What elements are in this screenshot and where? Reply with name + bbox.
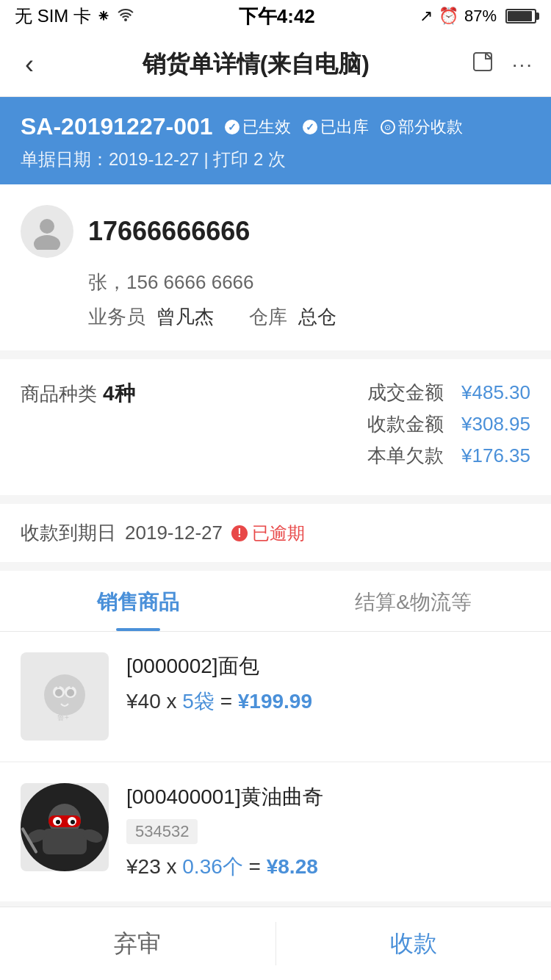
customer-name: 17666666666 <box>88 216 250 247</box>
svg-point-7 <box>67 689 74 696</box>
product-name-1: [0000002]面包 <box>126 652 530 680</box>
battery-icon <box>505 9 536 24</box>
order-id: SA-20191227-001 <box>21 113 213 140</box>
alarm-icon: ⏰ <box>439 7 458 26</box>
svg-point-15 <box>56 820 60 824</box>
product-price-1: ¥40 x 5袋 = ¥199.99 <box>126 688 530 716</box>
badge-effective: ✓ 已生效 <box>225 116 291 138</box>
back-button[interactable]: ‹ <box>18 42 41 87</box>
overdue-icon: ! <box>231 525 248 541</box>
page-title: 销货单详情(来自电脑) <box>143 48 370 81</box>
status-left: 无 SIM 卡 ⁕ <box>15 4 134 28</box>
amount-value: ¥485.30 <box>461 381 530 404</box>
tab-sales[interactable]: 销售商品 <box>0 571 276 631</box>
svg-point-16 <box>71 820 75 824</box>
list-item: 鲁+ [0000002]面包 ¥40 x 5袋 = ¥199.99 <box>0 632 551 761</box>
sales-name: 曾凡杰 <box>156 306 214 328</box>
sim-status: 无 SIM 卡 ⁕ <box>15 4 111 28</box>
customer-row: 17666666666 <box>21 205 530 258</box>
collect-button[interactable]: 收款 <box>276 907 552 980</box>
product-list: 鲁+ [0000002]面包 ¥40 x 5袋 = ¥199.99 <box>0 632 551 901</box>
received-value: ¥308.95 <box>461 413 530 436</box>
svg-point-6 <box>55 689 62 696</box>
svg-point-2 <box>34 235 60 250</box>
status-bar: 无 SIM 卡 ⁕ 下午4:42 ↗ ⏰ 87% <box>0 0 551 32</box>
nav-bar: ‹ 销货单详情(来自电脑) ··· <box>0 32 551 97</box>
product-info-1: [0000002]面包 ¥40 x 5袋 = ¥199.99 <box>126 652 530 716</box>
stats-right: 成交金额 ¥485.30 收款金额 ¥308.95 本单欠款 ¥176.35 <box>367 380 530 475</box>
debt-item: 本单欠款 ¥176.35 <box>367 443 530 469</box>
received-item: 收款金额 ¥308.95 <box>367 411 530 437</box>
due-label: 收款到期日 <box>21 520 116 546</box>
product-name-2: [000400001]黄油曲奇 <box>126 783 530 811</box>
sales-info: 业务员 曾凡杰 <box>88 304 214 330</box>
status-right: ↗ ⏰ 87% <box>419 7 536 26</box>
order-date: 单据日期：2019-12-27 | 打印 2 次 <box>21 148 530 171</box>
avatar <box>21 205 73 258</box>
stats-left: 商品种类4种 <box>21 380 135 408</box>
warehouse-name: 总仓 <box>298 306 336 328</box>
svg-text:鲁+: 鲁+ <box>57 713 69 721</box>
tab-settlement[interactable]: 结算&物流等 <box>276 571 551 631</box>
wifi-icon <box>117 7 134 26</box>
badge-shipped: ✓ 已出库 <box>303 116 369 138</box>
sales-label: 业务员 <box>88 306 145 328</box>
check-icon: ✓ <box>225 120 240 134</box>
clock-icon: ⊙ <box>381 120 395 134</box>
overdue-text: 已逾期 <box>252 522 305 545</box>
customer-section: 17666666666 张，156 6666 6666 业务员 曾凡杰 仓库 总… <box>0 184 551 350</box>
due-date: 2019-12-27 <box>125 522 223 544</box>
list-item: [000400001]黄油曲奇 534532 ¥23 x 0.36个 = ¥8.… <box>0 763 551 901</box>
debt-value: ¥176.35 <box>461 444 530 467</box>
product-price-2: ¥23 x 0.36个 = ¥8.28 <box>126 853 530 881</box>
stats-row: 商品种类4种 成交金额 ¥485.30 收款金额 ¥308.95 本单欠款 ¥1… <box>21 380 530 475</box>
warehouse-info: 仓库 总仓 <box>249 304 336 330</box>
warehouse-label: 仓库 <box>249 306 287 328</box>
amount-item: 成交金额 ¥485.30 <box>367 380 530 406</box>
customer-detail: 张，156 6666 6666 <box>21 270 530 295</box>
product-image-1: 鲁+ <box>21 652 109 741</box>
location-icon: ↗ <box>419 7 433 26</box>
more-button[interactable]: ··· <box>512 53 533 76</box>
badge-partial: ⊙ 部分收款 <box>381 116 463 138</box>
nav-actions: ··· <box>471 50 533 79</box>
svg-point-3 <box>44 674 85 716</box>
product-info-2: [000400001]黄油曲奇 534532 ¥23 x 0.36个 = ¥8.… <box>126 783 530 881</box>
svg-rect-11 <box>43 829 87 854</box>
battery-percent: 87% <box>464 7 497 26</box>
share-button[interactable] <box>471 50 494 79</box>
cancel-button[interactable]: 弃审 <box>0 907 276 980</box>
product-sku: 534532 <box>126 819 198 844</box>
due-section: 收款到期日 2019-12-27 ! 已逾期 <box>0 504 551 562</box>
order-header: SA-20191227-001 ✓ 已生效 ✓ 已出库 ⊙ 部分收款 单据日期：… <box>0 97 551 184</box>
product-image-2 <box>21 783 109 871</box>
customer-meta: 业务员 曾凡杰 仓库 总仓 <box>21 304 530 330</box>
stats-section: 商品种类4种 成交金额 ¥485.30 收款金额 ¥308.95 本单欠款 ¥1… <box>0 359 551 495</box>
overdue-badge: ! 已逾期 <box>231 522 305 545</box>
tabs: 销售商品 结算&物流等 <box>0 571 551 632</box>
bottom-bar: 弃审 收款 <box>0 907 551 980</box>
svg-point-1 <box>40 219 54 234</box>
check-icon-2: ✓ <box>303 120 317 134</box>
status-time: 下午4:42 <box>239 4 315 29</box>
